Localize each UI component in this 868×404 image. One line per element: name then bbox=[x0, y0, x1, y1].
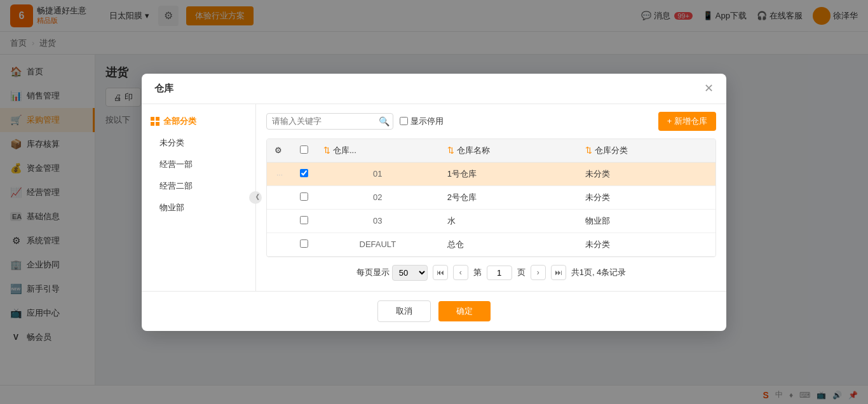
table-body: ··· 01 1号仓库 未分类 02 2号仓库 未分类 bbox=[267, 162, 715, 256]
row-category: 物业部 bbox=[578, 209, 715, 232]
table-row[interactable]: DEFAULT 总仓 未分类 bbox=[267, 232, 715, 256]
dialog-title: 仓库 bbox=[154, 83, 173, 95]
row-gear-icon bbox=[267, 209, 292, 232]
th-gear: ⚙ bbox=[267, 139, 292, 163]
pagination: 每页显示 50 10 20 100 ⏮ ‹ 第 页 › ⏭ bbox=[266, 257, 716, 283]
row-gear-icon bbox=[267, 185, 292, 209]
table-row[interactable]: ··· 01 1号仓库 未分类 bbox=[267, 162, 715, 185]
show-disabled-label: 显示停用 bbox=[410, 116, 444, 127]
row-name: 水 bbox=[440, 209, 578, 232]
th-code: ⇅仓库... bbox=[316, 139, 440, 163]
row-checkbox-cell bbox=[292, 232, 316, 256]
category-item-ops2[interactable]: 经营二部 bbox=[142, 175, 255, 197]
row-code: DEFAULT bbox=[316, 232, 440, 256]
row-code: 01 bbox=[316, 162, 440, 185]
select-all-checkbox[interactable] bbox=[300, 145, 308, 154]
category-item-ops1[interactable]: 经营一部 bbox=[142, 154, 255, 175]
dialog-main: 🔍 显示停用 + 新增仓库 ⚙ bbox=[256, 104, 726, 291]
confirm-button[interactable]: 确定 bbox=[438, 301, 491, 321]
th-category: ⇅仓库分类 bbox=[578, 139, 715, 163]
th-checkbox bbox=[292, 139, 316, 163]
row-category: 未分类 bbox=[578, 162, 715, 185]
row-checkbox-cell bbox=[292, 162, 316, 185]
category-item-property[interactable]: 物业部 bbox=[142, 197, 255, 219]
modal-overlay: 仓库 ✕ 全部分类 未分类 经营一部 经营二部 物业部 《 bbox=[0, 0, 868, 404]
row-name: 1号仓库 bbox=[440, 162, 578, 185]
dialog-footer: 取消 确定 bbox=[142, 291, 726, 331]
last-page-button[interactable]: ⏭ bbox=[551, 265, 566, 280]
table: ⚙ ⇅仓库... ⇅仓库名称 ⇅仓库分类 bbox=[267, 139, 715, 257]
category-sidebar: 全部分类 未分类 经营一部 经营二部 物业部 《 bbox=[142, 104, 256, 291]
show-disabled-checkbox-label[interactable]: 显示停用 bbox=[400, 116, 444, 127]
search-input[interactable] bbox=[272, 116, 379, 126]
row-checkbox[interactable] bbox=[300, 192, 308, 201]
cancel-button[interactable]: 取消 bbox=[377, 300, 431, 322]
table-row[interactable]: 02 2号仓库 未分类 bbox=[267, 185, 715, 209]
warehouse-table: ⚙ ⇅仓库... ⇅仓库名称 ⇅仓库分类 bbox=[266, 138, 716, 257]
row-name: 2号仓库 bbox=[440, 185, 578, 209]
dialog-toolbar: 🔍 显示停用 + 新增仓库 bbox=[266, 112, 716, 131]
row-code: 03 bbox=[316, 209, 440, 232]
show-disabled-checkbox[interactable] bbox=[400, 117, 408, 125]
sort-icon: ⇅ bbox=[323, 145, 330, 155]
total-info: 共1页, 4条记录 bbox=[571, 267, 627, 278]
category-all-header[interactable]: 全部分类 bbox=[142, 111, 255, 132]
dialog-header: 仓库 ✕ bbox=[142, 74, 726, 104]
page-label: 第 bbox=[473, 267, 482, 278]
table-row[interactable]: 03 水 物业部 bbox=[267, 209, 715, 232]
row-gear-icon: ··· bbox=[267, 162, 292, 185]
per-page-select[interactable]: 50 10 20 100 bbox=[392, 265, 428, 281]
row-code: 02 bbox=[316, 185, 440, 209]
row-checkbox-cell bbox=[292, 185, 316, 209]
grid-icon bbox=[151, 117, 159, 126]
row-checkbox[interactable] bbox=[300, 169, 308, 177]
dialog-body: 全部分类 未分类 经营一部 经营二部 物业部 《 🔍 bbox=[142, 104, 726, 291]
sort-cat-icon: ⇅ bbox=[585, 145, 592, 155]
row-checkbox[interactable] bbox=[300, 239, 308, 248]
warehouse-dialog: 仓库 ✕ 全部分类 未分类 经营一部 经营二部 物业部 《 bbox=[142, 74, 726, 331]
prev-page-button[interactable]: ‹ bbox=[453, 265, 468, 280]
search-icon[interactable]: 🔍 bbox=[379, 116, 390, 126]
row-checkbox[interactable] bbox=[300, 216, 308, 224]
row-category: 未分类 bbox=[578, 185, 715, 209]
dialog-close-button[interactable]: ✕ bbox=[704, 83, 714, 94]
category-all-label: 全部分类 bbox=[163, 116, 196, 127]
th-name: ⇅仓库名称 bbox=[440, 139, 578, 163]
row-name: 总仓 bbox=[440, 232, 578, 256]
row-category: 未分类 bbox=[578, 232, 715, 256]
sort-name-icon: ⇅ bbox=[447, 145, 454, 155]
first-page-button[interactable]: ⏮ bbox=[433, 265, 448, 280]
collapse-sidebar-button[interactable]: 《 bbox=[249, 191, 262, 204]
add-warehouse-button[interactable]: + 新增仓库 bbox=[658, 112, 716, 131]
page-unit: 页 bbox=[517, 267, 526, 278]
per-page-selector: 每页显示 50 10 20 100 bbox=[356, 265, 428, 281]
search-box: 🔍 bbox=[266, 113, 393, 130]
row-checkbox-cell bbox=[292, 209, 316, 232]
page-number-input[interactable] bbox=[487, 266, 512, 280]
next-page-button[interactable]: › bbox=[531, 265, 546, 280]
per-page-label: 每页显示 bbox=[356, 267, 390, 278]
row-gear-icon bbox=[267, 232, 292, 256]
table-header-row: ⚙ ⇅仓库... ⇅仓库名称 ⇅仓库分类 bbox=[267, 139, 715, 163]
category-item-uncategorized[interactable]: 未分类 bbox=[142, 132, 255, 154]
